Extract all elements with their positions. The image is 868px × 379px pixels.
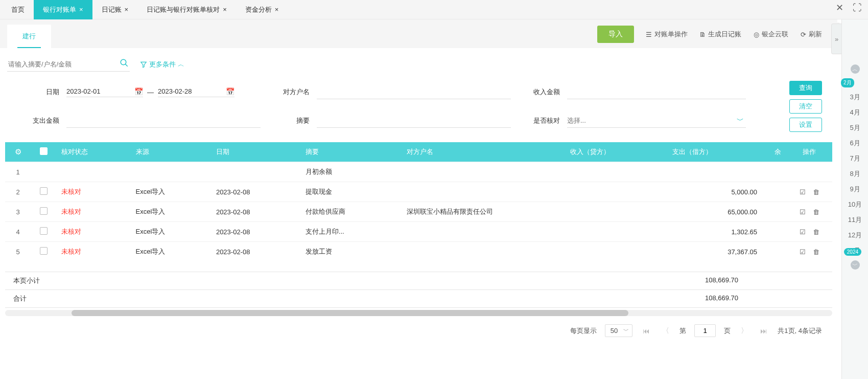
col-balance[interactable]: 余 [769, 142, 786, 162]
close-icon[interactable]: × [125, 6, 129, 13]
expense-input[interactable] [66, 117, 261, 124]
table-row[interactable]: 1月初余额 [5, 162, 832, 182]
month-item[interactable]: 9月 [848, 182, 862, 197]
month-item[interactable]: 10月 [848, 197, 862, 212]
page-input[interactable] [694, 324, 716, 337]
bank-cloud-link[interactable]: ◎银企云联 [753, 30, 788, 39]
year-badge: 2024 [844, 248, 861, 256]
row-checkbox[interactable] [40, 247, 48, 255]
date-from-field[interactable]: 2023-02-01 📅 [66, 87, 143, 97]
cell-source [131, 162, 211, 182]
cell-income [565, 202, 667, 222]
reconciled-label: 是否核对 [511, 116, 567, 125]
month-active-label: 2月 [841, 78, 854, 87]
income-field[interactable] [567, 85, 746, 99]
counterparty-field[interactable] [317, 85, 511, 99]
cell-date: 2023-02-08 [211, 222, 300, 242]
tab-fund-analysis[interactable]: 资金分析× [236, 0, 288, 19]
page-suffix: 页 [724, 326, 731, 336]
close-icon[interactable]: × [223, 6, 227, 13]
table-row[interactable]: 4未核对Excel导入2023-02-08支付上月印...1,302.65☑🗑 [5, 222, 832, 242]
close-window-icon[interactable]: ✕ [836, 2, 843, 13]
fullscreen-icon[interactable]: ⛶ [853, 3, 862, 13]
delete-icon[interactable]: 🗑 [813, 208, 819, 216]
scrollbar-thumb[interactable] [72, 310, 628, 316]
table-row[interactable]: 2未核对Excel导入2023-02-08提取现金5,000.00☑🗑 [5, 182, 832, 202]
col-expense[interactable]: 支出（借方） [667, 142, 769, 162]
bank-tab[interactable]: 建行 [7, 25, 51, 48]
col-source[interactable]: 来源 [131, 142, 211, 162]
horizontal-scrollbar[interactable] [5, 310, 832, 316]
more-conditions-toggle[interactable]: 更多条件 ︿ [140, 60, 184, 69]
collapse-handle[interactable]: » [831, 24, 841, 54]
check-icon[interactable]: ☑ [800, 228, 806, 236]
check-icon[interactable]: ☑ [800, 188, 806, 196]
row-checkbox[interactable] [40, 227, 48, 235]
row-checkbox[interactable] [40, 187, 48, 195]
month-item[interactable]: 4月 [848, 105, 862, 120]
date-to-field[interactable]: 2023-02-28 📅 [158, 87, 234, 97]
statement-ops-link[interactable]: ☰对账单操作 [645, 30, 688, 39]
row-checkbox[interactable] [40, 207, 48, 215]
close-icon[interactable]: × [79, 6, 83, 13]
next-page-button[interactable]: 〉 [739, 326, 750, 336]
month-item[interactable]: 12月 [848, 228, 862, 243]
settings-button[interactable]: 设置 [789, 118, 822, 132]
last-page-button[interactable]: ⏭ [758, 327, 769, 335]
refresh-link[interactable]: ⟳刷新 [800, 30, 822, 39]
col-income[interactable]: 收入（贷方） [565, 142, 667, 162]
calendar-icon[interactable]: 📅 [134, 87, 143, 96]
gear-icon[interactable]: ⚙ [15, 147, 21, 156]
scroll-down-icon[interactable]: ﹀ [851, 260, 860, 270]
tab-label: 日记账 [102, 5, 122, 14]
calendar-icon[interactable]: 📅 [226, 87, 234, 96]
select-all-checkbox[interactable] [40, 147, 48, 155]
delete-icon[interactable]: 🗑 [813, 248, 819, 256]
grand-total-row: 合计 108,669.70 [5, 290, 832, 308]
month-item[interactable]: 11月 [848, 212, 862, 228]
reconciled-select[interactable]: ﹀ [567, 114, 746, 128]
delete-icon[interactable]: 🗑 [813, 228, 819, 236]
search-icon[interactable] [120, 58, 129, 70]
counterparty-input[interactable] [317, 88, 511, 96]
clear-button[interactable]: 清空 [789, 99, 822, 114]
month-item-active[interactable]: 2月 [842, 76, 868, 90]
per-page-select[interactable]: 50 ﹀ [605, 324, 632, 337]
top-tabs: 首页 银行对账单× 日记账× 日记账与银行对账单核对× 资金分析× ✕ ⛶ [0, 0, 868, 19]
summary-input[interactable] [317, 117, 511, 124]
tab-home[interactable]: 首页 [2, 0, 34, 19]
month-item[interactable]: 8月 [848, 166, 862, 182]
check-icon[interactable]: ☑ [800, 248, 806, 256]
svg-marker-2 [141, 62, 147, 67]
per-page-label: 每页显示 [570, 326, 597, 336]
month-item[interactable]: 7月 [848, 151, 862, 166]
tab-reconcile[interactable]: 日记账与银行对账单核对× [137, 0, 236, 19]
scroll-up-icon[interactable]: ︿ [851, 64, 860, 74]
month-item[interactable]: 5月 [848, 120, 862, 136]
tab-bank-statement[interactable]: 银行对账单× [34, 0, 92, 19]
col-date[interactable]: 日期 [211, 142, 300, 162]
gen-journal-link[interactable]: 🗎生成日记账 [699, 30, 741, 39]
delete-icon[interactable]: 🗑 [813, 188, 819, 196]
col-summary[interactable]: 摘要 [300, 142, 402, 162]
table-row[interactable]: 5未核对Excel导入2023-02-08发放工资37,367.05☑🗑 [5, 242, 832, 262]
tab-label: 首页 [11, 5, 25, 14]
prev-page-button[interactable]: 〈 [660, 326, 671, 336]
month-item[interactable]: 1月2024 [848, 243, 862, 258]
first-page-button[interactable]: ⏮ [641, 327, 652, 335]
month-item[interactable]: 6月 [848, 136, 862, 151]
table-row[interactable]: 3未核对Excel导入2023-02-08付款给供应商深圳联宝小精品有限责任公司… [5, 202, 832, 222]
col-counterparty[interactable]: 对方户名 [402, 142, 565, 162]
reconciled-input[interactable] [567, 117, 746, 124]
tab-journal[interactable]: 日记账× [92, 0, 138, 19]
query-button[interactable]: 查询 [789, 81, 822, 95]
col-status[interactable]: 核对状态 [56, 142, 131, 162]
income-input[interactable] [567, 88, 746, 96]
month-item[interactable]: 3月 [848, 90, 862, 105]
check-icon[interactable]: ☑ [800, 208, 806, 216]
expense-field[interactable] [66, 114, 261, 128]
close-icon[interactable]: × [275, 6, 279, 13]
import-button[interactable]: 导入 [597, 26, 634, 43]
search-input[interactable] [7, 57, 130, 71]
summary-field[interactable] [317, 114, 511, 128]
